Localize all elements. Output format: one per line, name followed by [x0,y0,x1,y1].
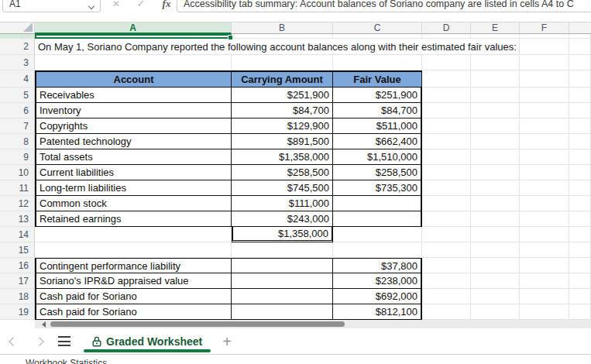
cell-F2[interactable] [520,39,569,55]
cell-G9[interactable] [569,149,591,165]
cell-B3[interactable] [232,55,333,70]
cell-B4[interactable]: Carrying Amount [232,70,333,88]
next-sheet-icon[interactable] [35,337,43,345]
col-header-B[interactable]: B [232,22,333,34]
row-header-1[interactable] [0,34,35,39]
row-header-12[interactable]: 12 [0,196,35,211]
row-header-9[interactable]: 9 [0,149,35,165]
cell-D18[interactable] [422,289,471,304]
col-header-D[interactable]: D [422,22,471,34]
cell-C5[interactable]: $251,900 [333,88,422,103]
cell-C16[interactable]: $37,800 [333,258,422,273]
row-header-15[interactable]: 15 [0,242,35,258]
cell-A3[interactable] [35,55,232,70]
cell-F5[interactable] [520,88,569,103]
cell-D5[interactable] [422,88,471,103]
cell-D3[interactable] [422,55,471,70]
cell-F4[interactable] [520,70,569,88]
cell-B7[interactable]: $129,900 [232,118,333,134]
cell-E16[interactable] [471,258,520,273]
cell-D17[interactable] [422,273,471,289]
row-header-10[interactable]: 10 [0,165,35,180]
row-header-13[interactable]: 13 [0,211,35,227]
cell-E3[interactable] [471,55,520,70]
insert-function-icon[interactable]: fx [157,0,176,12]
cell-E8[interactable] [471,134,520,149]
cell-D7[interactable] [422,118,471,134]
cell-A10[interactable]: Current liabilities [35,165,232,180]
cell-F19[interactable] [520,304,569,320]
cell-C9[interactable]: $1,510,000 [333,149,422,165]
cell-E11[interactable] [471,180,520,196]
row-header-8[interactable]: 8 [0,134,35,149]
cell-D11[interactable] [422,180,471,196]
cell-G16[interactable] [569,258,591,273]
cell-D8[interactable] [422,134,471,149]
cell-D10[interactable] [422,165,471,180]
cell-E15[interactable] [471,242,520,258]
cell-C18[interactable]: $692,000 [333,289,422,304]
cell-C11[interactable]: $735,300 [333,180,422,196]
row-header-16[interactable]: 16 [0,258,35,273]
cell-G13[interactable] [569,211,591,227]
row-header-14[interactable]: 14 [0,227,35,242]
cell-E1[interactable] [471,34,520,39]
cell-F3[interactable] [520,55,569,70]
cell-A8[interactable]: Patented technology [35,134,232,149]
cell-F6[interactable] [520,103,569,118]
row-header-11[interactable]: 11 [0,180,35,196]
row-header-18[interactable]: 18 [0,289,35,304]
scrollbar-thumb[interactable] [50,321,345,327]
cell-F7[interactable] [520,118,569,134]
row-header-2[interactable]: 2 [0,39,35,55]
cell-E4[interactable] [471,70,520,88]
cell-B9[interactable]: $1,358,000 [232,149,333,165]
cell-A12[interactable]: Common stock [35,196,232,211]
cell-C19[interactable]: $812,100 [333,304,422,320]
formula-input[interactable]: Accessibility tab summary: Account balan… [177,0,591,12]
tab-graded-worksheet[interactable]: Graded Worksheet [84,328,211,354]
cell-D6[interactable] [422,103,471,118]
name-box[interactable]: A1 [2,0,101,12]
row-header-3[interactable]: 3 [0,55,35,70]
cell-E18[interactable] [471,289,520,304]
cell-G6[interactable] [569,103,591,118]
cell-G8[interactable] [569,134,591,149]
cell-F1[interactable] [520,34,569,39]
cell-G3[interactable] [569,55,591,70]
cell-F11[interactable] [520,180,569,196]
col-header-E[interactable]: E [471,22,520,34]
cell-C1[interactable] [333,34,422,39]
cell-E17[interactable] [471,273,520,289]
cell-A17[interactable]: Soriano's IPR&D appraised value [35,273,232,289]
all-sheets-menu-icon[interactable] [58,336,70,346]
cell-B17[interactable] [232,273,333,289]
cell-B16[interactable] [232,258,333,273]
cell-G2[interactable] [569,39,591,55]
cell-A16[interactable]: Contingent performance liability [35,258,232,273]
cell-C8[interactable]: $662,400 [333,134,422,149]
cell-A1-selection[interactable] [35,34,232,39]
cell-G19[interactable] [569,304,591,320]
cell-G18[interactable] [569,289,591,304]
cell-G4[interactable] [569,70,591,88]
cell-A9[interactable]: Total assets [35,149,232,165]
cell-C7[interactable]: $511,000 [333,118,422,134]
cell-A7[interactable]: Copyrights [35,118,232,134]
cell-B11[interactable]: $745,500 [232,180,333,196]
cell-D14[interactable] [422,227,471,242]
cell-B15[interactable] [232,242,333,258]
confirm-icon[interactable]: ✓ [132,0,150,12]
row-header-6[interactable]: 6 [0,103,35,118]
cell-G17[interactable] [569,273,591,289]
cell-C6[interactable]: $84,700 [333,103,422,118]
cell-F15[interactable] [520,242,569,258]
add-sheet-button[interactable]: + [222,334,232,349]
cell-B19[interactable] [232,304,333,320]
cell-F13[interactable] [520,211,569,227]
col-header-partial[interactable] [569,22,591,34]
row-header-19[interactable]: 19 [0,304,35,320]
cell-G15[interactable] [569,242,591,258]
row-header-17[interactable]: 17 [0,273,35,289]
cell-C13[interactable] [333,211,422,227]
